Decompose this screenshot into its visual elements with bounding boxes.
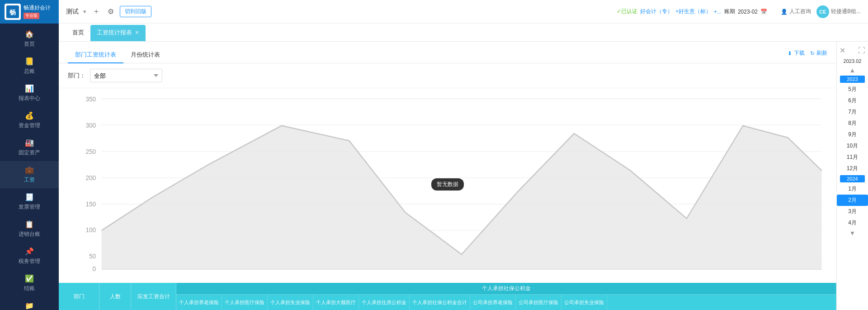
add-button[interactable]: ＋ <box>91 6 102 17</box>
user-avatar: CE <box>816 5 829 18</box>
table-col-personal-medical: 个人承担医疗保险 <box>222 295 268 310</box>
svg-text:200: 200 <box>85 174 96 181</box>
date-next-btn[interactable]: ▼ <box>837 229 868 238</box>
tab-home[interactable]: 首页 <box>66 25 90 41</box>
download-icon: ⬇ <box>788 50 792 57</box>
month-2023-10[interactable]: 10月 <box>837 140 868 152</box>
sidebar-item-sales[interactable]: 📋 进销台账 <box>0 215 59 243</box>
dept-filter-select[interactable]: 全部 财务部 销售部 人事部 技术部 <box>90 69 162 82</box>
month-2023-12[interactable]: 12月 <box>837 163 868 174</box>
invoice-icon: 🧾 <box>25 193 34 201</box>
svg-text:0: 0 <box>93 265 96 272</box>
user-name: 轻捷通B组... <box>831 8 861 15</box>
month-2023-8[interactable]: 8月 <box>837 118 868 129</box>
svg-text:100: 100 <box>85 226 96 234</box>
good-biz-status: +好生意（标） <box>675 8 711 15</box>
chart-tooltip: 暂无数据 <box>431 178 464 191</box>
svg-text:300: 300 <box>85 121 96 129</box>
month-2024-2[interactable]: 2月 <box>837 195 868 206</box>
reports-icon: 📊 <box>25 84 34 93</box>
sales-icon: 📋 <box>25 220 34 229</box>
app-logo: 畅 畅通好会计 专业版 <box>0 0 59 24</box>
user-service-btn[interactable]: 👤 人工咨询 <box>781 8 811 15</box>
tab-close-btn[interactable]: ✕ <box>135 29 139 36</box>
content-area: 部门工资统计表 月份统计表 ⬇ 下载 ↻ 刷新 <box>59 42 868 310</box>
year-badge-2023[interactable]: 2023 <box>840 76 865 83</box>
user-profile[interactable]: CE 轻捷通B组... <box>816 5 861 18</box>
date-prev-btn[interactable]: ▲ <box>837 66 868 75</box>
date-year-2024: 2024 1月 2月 3月 4月 <box>837 174 868 229</box>
settle-icon: ✅ <box>25 274 34 283</box>
funds-icon: 💰 <box>25 111 34 120</box>
close-date-panel-btn[interactable]: ✕ <box>840 46 845 55</box>
topbar: 测试 ▾ ＋ ⚙ 切到旧版 ✓已认证 好会计（专） +好生意（标） +... 账… <box>59 0 868 24</box>
table-col-headcount: 人数 <box>99 283 131 310</box>
service-label: 人工咨询 <box>789 8 811 15</box>
main-panel: 部门工资统计表 月份统计表 ⬇ 下载 ↻ 刷新 <box>59 42 836 310</box>
refresh-button[interactable]: ↻ 刷新 <box>810 49 827 57</box>
sidebar-item-ledger[interactable]: 📒 总账 <box>0 52 59 80</box>
table-group-personal: 个人承担社保公积金 个人承担养老保险 个人承担医疗保险 个人承担失业保险 个人承… <box>176 283 836 310</box>
sub-tab-monthly[interactable]: 月份统计表 <box>123 47 167 63</box>
month-2024-3[interactable]: 3月 <box>837 206 868 217</box>
main-content: 测试 ▾ ＋ ⚙ 切到旧版 ✓已认证 好会计（专） +好生意（标） +... 账… <box>59 0 868 310</box>
ledger-icon: 📒 <box>25 57 34 66</box>
expand-date-panel-btn[interactable]: ⛶ <box>858 47 865 55</box>
month-2023-5[interactable]: 5月 <box>837 84 868 95</box>
sub-tab-actions: ⬇ 下载 ↻ 刷新 <box>788 49 827 61</box>
topbar-dropdown-arrow[interactable]: ▾ <box>83 8 86 15</box>
chart-area: 0 50 100 150 200 250 300 350 暂无 <box>59 88 836 283</box>
logo-icon: 畅 <box>5 4 21 20</box>
tax-icon: 📌 <box>25 247 34 256</box>
month-2023-7[interactable]: 7月 <box>837 106 868 118</box>
filter-bar: 部门： 全部 财务部 销售部 人事部 技术部 <box>59 63 836 88</box>
table-col-personal-total: 个人承担社保公积金合计 <box>410 295 470 310</box>
month-2023-11[interactable]: 11月 <box>837 152 868 163</box>
month-2024-4[interactable]: 4月 <box>837 217 868 229</box>
table-col-personal-housing-fund: 个人承担住房公积金 <box>359 295 410 310</box>
table-col-personal-unemployment: 个人承担失业保险 <box>268 295 313 310</box>
sidebar-item-salary[interactable]: 💼 工资 <box>0 161 59 188</box>
table-col-personal-major-medical: 个人承担大额医疗 <box>313 295 359 310</box>
topbar-status: ✓已认证 好会计（专） +好生意（标） +... 账期 2023-02 📅 <box>617 8 767 15</box>
table-col-company-unemployment: 公司承担失业保险 <box>561 295 607 310</box>
month-2023-6[interactable]: 6月 <box>837 95 868 106</box>
archive-icon: 📁 <box>25 301 34 310</box>
table-col-total-salary: 应发工资合计 <box>131 283 176 310</box>
table-col-personal-pension: 个人承担养老保险 <box>176 295 222 310</box>
sidebar-item-assets[interactable]: 🏭 固定资产 <box>0 134 59 161</box>
table-col-company-pension: 公司承担养老保险 <box>470 295 516 310</box>
period-value: 2023-02 <box>738 9 758 15</box>
sidebar-item-reports[interactable]: 📊 报表中心 <box>0 80 59 107</box>
good-account-status: 好会计（专） <box>640 8 673 15</box>
dept-filter-label: 部门： <box>68 72 85 80</box>
topbar-title: 测试 <box>66 8 79 16</box>
year-badge-2024[interactable]: 2024 <box>840 175 865 182</box>
sidebar-nav: 🏠 首页 📒 总账 📊 报表中心 💰 资金管理 🏭 固定资产 💼 工资 🧾 发票… <box>0 24 59 310</box>
sidebar-item-archive[interactable]: 📁 归档管理 <box>0 297 59 310</box>
download-button[interactable]: ⬇ 下载 <box>788 49 805 57</box>
salary-icon: 💼 <box>25 166 34 174</box>
tab-salary-stats[interactable]: 工资统计报表 ✕ <box>90 25 146 41</box>
sidebar-item-settle[interactable]: ✅ 结账 <box>0 270 59 297</box>
sub-tab-dept[interactable]: 部门工资统计表 <box>68 47 123 63</box>
topbar-actions: ＋ ⚙ 切到旧版 <box>91 6 151 17</box>
date-year-2023: 2023 5月 6月 7月 8月 9月 10月 11月 12月 <box>837 75 868 174</box>
chart-area-fill <box>102 126 822 269</box>
period-label: 账期 <box>724 8 735 15</box>
date-panel-title: 2023.02 <box>837 57 868 66</box>
calendar-icon[interactable]: 📅 <box>760 9 767 15</box>
table-col-dept: 部门 <box>59 283 99 310</box>
service-icon: 👤 <box>781 9 788 15</box>
sidebar-item-invoice[interactable]: 🧾 发票管理 <box>0 188 59 215</box>
switch-version-button[interactable]: 切到旧版 <box>120 6 151 17</box>
month-2024-1[interactable]: 1月 <box>837 183 868 195</box>
month-2023-9[interactable]: 9月 <box>837 129 868 140</box>
sidebar-item-home[interactable]: 🏠 首页 <box>0 25 59 52</box>
sidebar-item-tax[interactable]: 📌 税务管理 <box>0 243 59 270</box>
sidebar-item-funds[interactable]: 💰 资金管理 <box>0 107 59 134</box>
assets-icon: 🏭 <box>25 138 34 147</box>
svg-text:畅: 畅 <box>9 9 16 16</box>
refresh-icon: ↻ <box>810 50 815 57</box>
settings-button[interactable]: ⚙ <box>105 6 116 17</box>
